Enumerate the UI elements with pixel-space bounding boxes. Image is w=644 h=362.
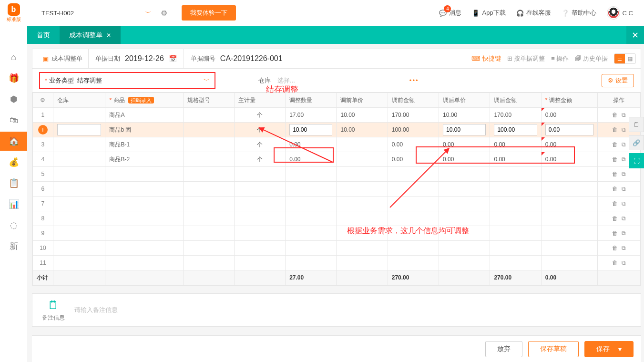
more-icon[interactable]: ••• <box>409 77 419 84</box>
delete-icon[interactable]: 🗑 <box>612 171 618 177</box>
copy-icon[interactable]: ⧉ <box>622 126 626 133</box>
warehouse-select[interactable]: 选择... <box>277 76 295 85</box>
table-row[interactable]: +商品b 固个10.00100.00🗑⧉ <box>33 123 641 137</box>
adjust-by-bill[interactable]: ⊞ 按单据调整 <box>507 54 545 63</box>
table-row[interactable]: 3商品B-1个0.000.000.000.000.00🗑⧉ <box>33 137 641 152</box>
delete-icon[interactable]: 🗑 <box>612 126 618 133</box>
note-icon: 🗒 <box>48 299 59 312</box>
app-download-link[interactable]: 📱 App下载 <box>472 9 505 17</box>
save-draft-button[interactable]: 保存草稿 <box>528 341 579 357</box>
sidebar-item-money[interactable]: 💰 <box>4 153 23 172</box>
note-tool-icon[interactable]: 🗒 <box>629 117 644 132</box>
user-menu[interactable]: C C <box>607 6 633 20</box>
subtotal-row: 小计 27.00 270.00 270.00 0.00 <box>33 270 641 285</box>
remark-input[interactable]: 请输入备注信息 <box>74 306 631 314</box>
delete-icon[interactable]: 🗑 <box>612 156 618 163</box>
sidebar-item-home[interactable]: ⌂ <box>4 48 23 67</box>
footer-actions: 放弃 保存草稿 保存▾ <box>32 335 641 362</box>
sidebar-item-warehouse[interactable]: 🏠 <box>0 132 27 151</box>
adjamt-input[interactable] <box>545 124 593 135</box>
table-row[interactable]: 6🗑⧉ <box>33 182 641 197</box>
help-link[interactable]: ❔ 帮助中心 <box>562 9 596 17</box>
chevron-down-icon: ﹀ <box>145 9 151 17</box>
view-toggle[interactable]: ☰ ▦ <box>614 53 636 64</box>
discard-button[interactable]: 放弃 <box>485 341 522 357</box>
help-icon: ❔ <box>562 10 569 17</box>
copy-icon[interactable]: ⧉ <box>622 230 626 237</box>
brand-logo[interactable]: b 标准版 <box>0 0 27 26</box>
sidebar-item-house[interactable]: ⬢ <box>4 90 23 109</box>
copy-icon[interactable]: ⧉ <box>622 245 626 251</box>
sidebar-item-bag[interactable]: 🛍 <box>4 111 23 130</box>
document-header: ▣ 成本调整单 单据日期 2019-12-26 📅 单据编号 CA-201912… <box>32 49 641 69</box>
settings-button[interactable]: ⚙设置 <box>602 74 634 87</box>
org-selector[interactable]: TEST-H002 ﹀ <box>37 5 156 21</box>
copy-icon[interactable]: ⧉ <box>622 186 626 192</box>
sidebar: ⌂ 🎁 ⬢ 🛍 🏠 💰 📋 📊 ◌ 新 <box>0 44 27 362</box>
expand-tool-icon[interactable]: ⛶ <box>629 153 644 168</box>
delete-icon[interactable]: 🗑 <box>612 245 618 251</box>
copy-icon[interactable]: ⧉ <box>622 141 626 148</box>
save-button[interactable]: 保存▾ <box>584 341 634 357</box>
float-tools: 🗒 🔗 ⛶ <box>629 117 644 168</box>
phone-icon: 📱 <box>472 10 480 17</box>
table-row[interactable]: 10🗑⧉ <box>33 241 641 256</box>
copy-icon[interactable]: ⧉ <box>622 171 626 177</box>
view-grid-icon[interactable]: ▦ <box>625 54 635 63</box>
table-row[interactable]: 8🗑⧉ <box>33 211 641 226</box>
delete-icon[interactable]: 🗑 <box>612 230 618 237</box>
copy-icon[interactable]: ⧉ <box>622 200 626 207</box>
history-link[interactable]: 🗐 历史单据 <box>575 54 608 63</box>
document-icon: ▣ <box>43 55 49 62</box>
copy-icon[interactable]: ⧉ <box>622 112 626 118</box>
postamt-input[interactable] <box>494 124 537 135</box>
cta-button[interactable]: 我要体验一下 <box>182 5 236 21</box>
link-tool-icon[interactable]: 🔗 <box>629 135 644 150</box>
sidebar-item-gift[interactable]: 🎁 <box>4 69 23 88</box>
sidebar-item-new[interactable]: 新 <box>4 237 23 256</box>
table-row[interactable]: 11🗑⧉ <box>33 256 641 270</box>
tab-home[interactable]: 首页 <box>27 26 60 44</box>
main-content: ▣ 成本调整单 单据日期 2019-12-26 📅 单据编号 CA-201912… <box>27 44 644 362</box>
business-type-select[interactable]: *业务类型 结存调整 ﹀ <box>39 72 215 89</box>
delete-icon[interactable]: 🗑 <box>612 186 618 192</box>
sidebar-item-clipboard[interactable]: 📋 <box>4 174 23 193</box>
qty-input[interactable] <box>289 124 332 135</box>
postprice-input[interactable] <box>443 124 486 135</box>
add-row-icon[interactable]: + <box>38 125 48 134</box>
messages-link[interactable]: 💬 4 消息 <box>439 9 461 17</box>
delete-icon[interactable]: 🗑 <box>612 215 618 222</box>
warehouse-input[interactable] <box>57 124 101 135</box>
table-row[interactable]: 1商品A个17.0010.00170.0010.00170.000.00🗑⧉ <box>33 108 641 123</box>
table-row[interactable]: 4商品B-2个0.000.000.000.000.00🗑⧉ <box>33 152 641 167</box>
gear-icon[interactable]: ⚙ <box>161 9 167 18</box>
copy-icon[interactable]: ⧉ <box>622 215 626 222</box>
table-row[interactable]: 9🗑⧉ <box>33 226 641 241</box>
view-list-icon[interactable]: ☰ <box>614 54 625 63</box>
tab-cost-adjust[interactable]: 成本调整单 ✕ <box>60 26 121 44</box>
hotkey-link[interactable]: ⌨ 快捷键 <box>471 54 501 63</box>
delete-icon[interactable]: 🗑 <box>612 141 618 148</box>
delete-icon[interactable]: 🗑 <box>612 112 618 118</box>
doc-date[interactable]: 单据日期 2019-12-26 📅 <box>89 49 184 68</box>
copy-icon[interactable]: ⧉ <box>622 156 626 163</box>
operations-menu[interactable]: ≡ 操作 <box>551 54 569 63</box>
delete-icon[interactable]: 🗑 <box>612 259 618 266</box>
gear-icon[interactable]: ⚙ <box>40 97 45 103</box>
sidebar-item-sync[interactable]: ◌ <box>4 216 23 235</box>
chevron-down-icon: ﹀ <box>204 76 210 85</box>
document-tab[interactable]: ▣ 成本调整单 <box>37 49 89 68</box>
close-all-tabs[interactable]: ✕ <box>626 26 644 44</box>
warehouse-label: 仓库 <box>258 76 271 85</box>
table-row[interactable]: 7🗑⧉ <box>33 197 641 211</box>
scan-button[interactable]: 扫码录入 <box>128 97 154 103</box>
table-row[interactable]: 5🗑⧉ <box>33 167 641 182</box>
delete-icon[interactable]: 🗑 <box>612 200 618 207</box>
copy-icon[interactable]: ⧉ <box>622 259 626 266</box>
remark-section: 🗒 备注信息 请输入备注信息 <box>32 293 641 327</box>
service-link[interactable]: 🎧 在线客服 <box>516 9 551 17</box>
sidebar-item-report[interactable]: 📊 <box>4 195 23 214</box>
filter-row: *业务类型 结存调整 ﹀ 仓库 选择... ••• ⚙设置 ➤ 结存调整 <box>32 69 641 93</box>
gear-icon: ⚙ <box>608 77 613 84</box>
close-icon[interactable]: ✕ <box>106 32 111 39</box>
